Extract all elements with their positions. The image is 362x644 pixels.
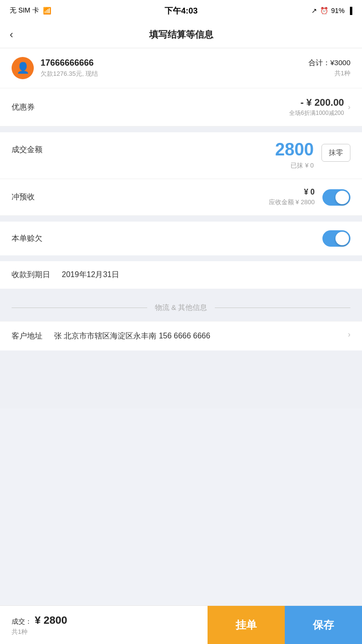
coupon-row[interactable]: 优惠券 - ¥ 200.00 全场6折满1000减200 › — [0, 88, 362, 126]
customer-phone: 17666666666 — [41, 58, 98, 68]
charge-sub: 应收金额 ¥ 2800 — [269, 198, 315, 207]
deal-sub: 已抹 ¥ 0 — [275, 161, 314, 170]
address-label: 客户地址 — [12, 330, 46, 341]
footer-bar: 成交：¥ 2800 共1种 挂单 保存 — [0, 605, 362, 644]
address-card: 客户地址 张 北京市市辖区海淀区永丰南 156 6666 6666 › — [0, 321, 362, 350]
deal-amount: 2800 — [275, 141, 314, 158]
coupon-label: 优惠券 — [12, 102, 35, 112]
debt-card: 本单赊欠 — [0, 222, 362, 255]
battery-text: 91% — [331, 7, 345, 14]
toggle-thumb — [335, 191, 349, 204]
deal-amount-block: 2800 已抹 ¥ 0 — [275, 141, 314, 170]
logistics-line-right — [215, 308, 350, 308]
section-gap-2 — [0, 216, 362, 222]
footer-count: 共1种 — [12, 628, 196, 636]
back-button[interactable]: ‹ — [10, 28, 13, 41]
debt-toggle-thumb — [335, 232, 349, 245]
status-left: 无 SIM 卡 📶 — [10, 6, 51, 15]
wifi-icon: 📶 — [43, 7, 51, 14]
section-gap-4 — [0, 289, 362, 294]
alarm-icon: ⏰ — [320, 7, 328, 14]
customer-sub: 欠款1276.35元, 现结 — [41, 70, 98, 78]
status-time: 下午4:03 — [165, 5, 197, 16]
charge-toggle[interactable] — [322, 189, 350, 206]
deal-row: 成交金额 2800 已抹 ¥ 0 抹零 — [0, 132, 362, 179]
address-chevron-icon: › — [348, 330, 350, 339]
footer-deal-row: 成交：¥ 2800 — [12, 614, 196, 627]
logistics-title: 物流 & 其他信息 — [155, 303, 207, 312]
customer-card: 👤 17666666666 欠款1276.35元, 现结 合计：¥3000 共1… — [0, 48, 362, 126]
coupon-amount: - ¥ 200.00 — [289, 97, 344, 108]
debt-label: 本单赊欠 — [12, 234, 42, 244]
deal-label: 成交金额 — [12, 141, 42, 155]
deal-right: 2800 已抹 ¥ 0 抹零 — [275, 141, 350, 170]
logistics-line-left — [12, 308, 147, 308]
charge-label: 冲预收 — [12, 192, 35, 202]
bottom-spacer — [0, 350, 362, 408]
customer-row: 👤 17666666666 欠款1276.35元, 现结 合计：¥3000 共1… — [0, 48, 362, 88]
coupon-chevron-icon: › — [348, 103, 350, 112]
section-gap-1 — [0, 126, 362, 132]
charge-amount: ¥ 0 — [269, 188, 315, 196]
total-count: 共1种 — [308, 69, 350, 78]
footer-deal-amount: ¥ 2800 — [35, 614, 67, 626]
page-title: 填写结算等信息 — [149, 28, 213, 41]
customer-right: 合计：¥3000 共1种 — [308, 58, 350, 78]
address-value: 张 北京市市辖区海淀区永丰南 156 6666 6666 — [54, 330, 340, 342]
footer-deal-label: 成交： — [12, 617, 32, 625]
footer-summary: 成交：¥ 2800 共1种 — [0, 614, 208, 636]
pending-button[interactable]: 挂单 — [208, 606, 285, 644]
status-right: ↗ ⏰ 91% ▐ — [311, 7, 352, 14]
content-area: 👤 17666666666 欠款1276.35元, 现结 合计：¥3000 共1… — [0, 48, 362, 408]
coupon-info: - ¥ 200.00 全场6折满1000减200 — [289, 97, 344, 117]
battery-icon: ▐ — [348, 7, 352, 14]
charge-row: 冲预收 ¥ 0 应收金额 ¥ 2800 — [0, 179, 362, 216]
duedate-label: 收款到期日 — [12, 270, 50, 280]
duedate-card: 收款到期日 2019年12月31日 — [0, 261, 362, 289]
avatar: 👤 — [12, 57, 34, 79]
nav-bar: ‹ 填写结算等信息 — [0, 21, 362, 48]
coupon-desc: 全场6折满1000减200 — [289, 109, 344, 117]
deal-card: 成交金额 2800 已抹 ¥ 0 抹零 冲预收 ¥ 0 应收金额 ¥ 2800 — [0, 132, 362, 216]
logistics-header: 物流 & 其他信息 — [0, 294, 362, 321]
avatar-icon: 👤 — [16, 62, 29, 74]
status-bar: 无 SIM 卡 📶 下午4:03 ↗ ⏰ 91% ▐ — [0, 0, 362, 21]
location-icon: ↗ — [311, 7, 317, 14]
customer-left: 👤 17666666666 欠款1276.35元, 现结 — [12, 57, 98, 79]
charge-amount-block: ¥ 0 应收金额 ¥ 2800 — [269, 188, 315, 207]
duedate-value: 2019年12月31日 — [62, 270, 119, 280]
coupon-right: - ¥ 200.00 全场6折满1000减200 › — [289, 97, 350, 117]
no-sim-text: 无 SIM 卡 — [10, 6, 39, 15]
round-button[interactable]: 抹零 — [321, 144, 350, 162]
duedate-row: 收款到期日 2019年12月31日 — [0, 261, 362, 289]
charge-right: ¥ 0 应收金额 ¥ 2800 — [269, 188, 350, 207]
address-row[interactable]: 客户地址 张 北京市市辖区海淀区永丰南 156 6666 6666 › — [0, 321, 362, 350]
save-button[interactable]: 保存 — [285, 606, 362, 644]
customer-info: 17666666666 欠款1276.35元, 现结 — [41, 58, 98, 78]
debt-toggle[interactable] — [322, 230, 350, 247]
section-gap-3 — [0, 255, 362, 261]
debt-row: 本单赊欠 — [0, 222, 362, 255]
total-label: 合计：¥3000 — [308, 58, 350, 68]
